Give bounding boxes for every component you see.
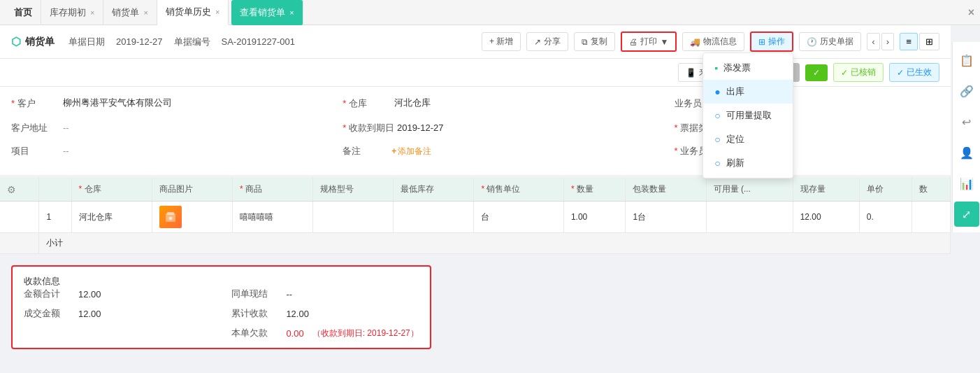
tab-sales-history[interactable]: 销货单历史 × — [157, 0, 229, 25]
next-button[interactable]: › — [881, 33, 894, 50]
grid-view-button[interactable]: ⊞ — [919, 33, 939, 50]
sidebar-icon-return[interactable]: ↩ — [954, 109, 979, 134]
prev-button[interactable]: ‹ — [867, 33, 879, 50]
copy-button[interactable]: ⧉ 复制 — [574, 32, 615, 51]
sub-actions-bar: 📱 来自手机 🔘 未开票 ✓ ✓ 已核销 ✓ 已生效 — [0, 59, 951, 87]
payment-grid: 金额合计 12.00 同单现结 -- 成交金额 12.00 累计收款 12.00 — [24, 288, 419, 339]
logistics-icon: 🚚 — [690, 37, 700, 47]
add-note-button[interactable]: 添加备注 — [391, 146, 431, 157]
doc-date-value: 2019-12-27 — [116, 36, 163, 47]
product-table: ⚙ 仓库 商品图片 商品 规格型号 最低库存 销售单位 数量 包装数量 可用量 … — [0, 178, 951, 254]
project-value: -- — [60, 144, 72, 158]
cell-quantity: 1.00 — [563, 202, 625, 233]
sidebar-icon-expand[interactable]: ⤢ — [954, 202, 979, 227]
copy-icon: ⧉ — [582, 37, 588, 47]
cell-min-stock — [394, 202, 474, 233]
cell-sales-unit: 台 — [474, 202, 564, 233]
cell-package-qty: 1台 — [626, 202, 706, 233]
doc-number-label: 单据编号 — [174, 36, 210, 48]
tab-inventory-start[interactable]: 库存期初 × — [41, 0, 103, 25]
check-circle-icon: ✓ — [841, 68, 848, 78]
form-section: 客户 柳州粤港平安气体有限公司 仓库 河北仓库 业务员 演示账号 客户地址 -- — [0, 87, 951, 175]
dropdown-outbound[interactable]: ● 出库 — [703, 80, 793, 104]
col-spec: 规格型号 — [313, 178, 394, 202]
dropdown-refresh[interactable]: ○ 刷新 — [703, 151, 793, 175]
outstanding-note: （收款到期日: 2019-12-27） — [312, 328, 419, 339]
print-dropdown-icon: ▼ — [660, 37, 668, 47]
note-field: 备注 添加备注 — [343, 145, 674, 157]
same-order-label: 同单现结 — [231, 288, 280, 300]
new-button[interactable]: + 新增 — [482, 32, 521, 51]
nav-arrows: ‹ › — [867, 33, 894, 50]
operation-button[interactable]: ⊞ 操作 — [750, 31, 793, 52]
note-label: 备注 — [343, 145, 391, 157]
payment-title: 收款信息 — [24, 275, 419, 288]
tab-bar: 首页 库存期初 × 销货单 × 销货单历史 × 查看销货单 × × — [0, 0, 980, 25]
warehouse-field: 仓库 河北仓库 — [343, 95, 674, 111]
dropdown-add-invoice[interactable]: ▪ 添发票 — [703, 56, 793, 80]
table-container: ⚙ 仓库 商品图片 商品 规格型号 最低库存 销售单位 数量 包装数量 可用量 … — [0, 178, 951, 254]
subtotal-label: 小计 — [39, 233, 951, 254]
outstanding-value: 0.00 — [286, 328, 303, 339]
cell-more — [911, 202, 950, 233]
check-effective-icon: ✓ — [897, 68, 904, 78]
project-label: 项目 — [11, 145, 60, 157]
settings-icon[interactable]: ⚙ — [7, 184, 16, 195]
logistics-button[interactable]: 🚚 物流信息 — [682, 32, 744, 51]
col-available: 可用量 (... — [706, 178, 793, 202]
subtotal-settings — [0, 233, 39, 254]
svg-rect-1 — [167, 212, 174, 215]
cell-row-num: 1 — [39, 202, 71, 233]
tab-sales-close[interactable]: × — [143, 8, 147, 17]
share-button[interactable]: ↗ 分享 — [526, 32, 568, 51]
tab-inventory-close[interactable]: × — [90, 8, 94, 17]
tab-view-sales[interactable]: 查看销货单 × — [231, 0, 303, 25]
cumulative-receipt-row: 累计收款 12.00 — [231, 307, 418, 320]
history-button[interactable]: 🕐 历史单据 — [799, 32, 861, 51]
global-close-button[interactable]: × — [968, 6, 974, 19]
table-row: 1 河北仓库 嘻嘻嘻嘻 — [0, 202, 951, 233]
address-label: 客户地址 — [11, 122, 60, 134]
sales-order-icon: ⬡ — [11, 35, 21, 48]
sidebar-icon-user[interactable]: 👤 — [954, 140, 979, 165]
total-amount-label: 金额合计 — [24, 288, 73, 300]
tab-history-close[interactable]: × — [215, 8, 219, 16]
due-date-label: 收款到期日 — [343, 122, 394, 134]
share-icon: ↗ — [534, 37, 541, 47]
tab-view-close[interactable]: × — [289, 8, 294, 17]
cell-product-img — [152, 202, 232, 233]
view-toggle: ≡ ⊞ — [900, 33, 939, 50]
doc-header: ⬡ 销货单 单据日期 2019-12-27 单据编号 SA-20191227-0… — [0, 25, 951, 59]
col-unit-price: 单价 — [859, 178, 911, 202]
doc-title-section: ⬡ 销货单 — [11, 35, 55, 48]
dropdown-available-qty[interactable]: ○ 可用量提取 — [703, 104, 793, 127]
tab-home[interactable]: 首页 — [6, 0, 41, 25]
cell-settings — [0, 202, 39, 233]
confirm-button[interactable]: ✓ — [805, 64, 828, 81]
col-product-img: 商品图片 — [152, 178, 232, 202]
operation-dropdown: ▪ 添发票 ● 出库 ○ 可用量提取 ○ 定位 — [702, 52, 793, 178]
right-sidebar: 📋 🔗 ↩ 👤 📊 ⤢ — [952, 42, 980, 232]
dropdown-location[interactable]: ○ 定位 — [703, 127, 793, 151]
total-amount-row: 金额合计 12.00 — [24, 288, 210, 300]
doc-meta: 单据日期 2019-12-27 单据编号 SA-20191227-001 — [69, 36, 482, 48]
col-settings: ⚙ — [0, 178, 39, 202]
operation-wrapper: ⊞ 操作 ▪ 添发票 ● 出库 ○ — [750, 31, 793, 52]
sidebar-icon-clipboard[interactable]: 📋 — [954, 48, 979, 73]
history-icon: 🕐 — [807, 37, 817, 47]
customer-field: 客户 柳州粤港平安气体有限公司 — [11, 95, 343, 111]
print-button[interactable]: 🖨 打印 ▼ — [621, 31, 677, 52]
col-package-qty: 包装数量 — [626, 178, 706, 202]
operation-icon: ⊞ — [758, 37, 765, 47]
same-order-value: -- — [286, 289, 292, 300]
doc-actions: + 新增 ↗ 分享 ⧉ 复制 🖨 打印 ▼ — [482, 31, 939, 52]
location-icon: ○ — [714, 134, 720, 145]
col-product: 商品 — [232, 178, 312, 202]
due-date-value: 2019-12-27 — [394, 121, 447, 135]
cell-product: 嘻嘻嘻嘻 — [232, 202, 312, 233]
sidebar-icon-link[interactable]: 🔗 — [954, 78, 979, 104]
tab-sales-order[interactable]: 销货单 × — [103, 0, 157, 25]
refresh-icon: ○ — [714, 157, 720, 169]
list-view-button[interactable]: ≡ — [900, 33, 918, 50]
sidebar-icon-chart[interactable]: 📊 — [954, 171, 979, 196]
